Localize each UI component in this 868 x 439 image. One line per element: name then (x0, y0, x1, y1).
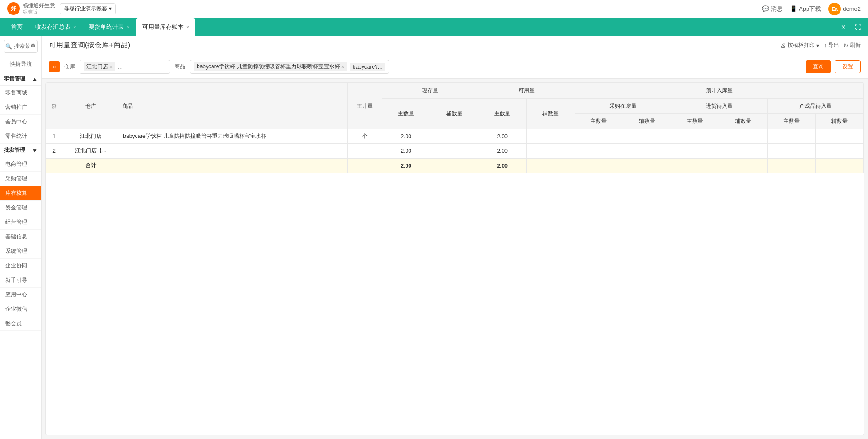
fullscreen-button[interactable]: ⛶ (853, 22, 863, 33)
cell-incoming-aux (719, 144, 768, 159)
messages-button[interactable]: 💬 消息 (762, 5, 783, 13)
industry-selector[interactable]: 母婴行业演示账套 ▾ (60, 3, 116, 14)
tab-available-close[interactable]: × (186, 24, 189, 30)
export-icon: ↑ (824, 42, 826, 49)
summary-purchase-aux (623, 158, 671, 173)
tab-home[interactable]: 首页 (5, 18, 29, 36)
warehouse-tag-remove[interactable]: × (109, 64, 113, 70)
cell-avail-main: 2.00 (478, 144, 527, 159)
sidebar-item-wechat[interactable]: 企业微信 (0, 302, 41, 316)
cell-purchase-aux (623, 144, 671, 159)
th-product: 商品 (119, 83, 348, 129)
search-icon: 🔍 (5, 43, 12, 50)
message-icon: 💬 (762, 5, 769, 12)
th-purchase-main: 主数量 (575, 114, 623, 129)
logo-text-block: 畅捷通好生意 标准版 (23, 2, 55, 15)
sidebar-item-operations[interactable]: 经营管理 (0, 215, 41, 230)
close-all-tabs-button[interactable]: ✕ (838, 22, 849, 33)
sidebar-item-enterprise[interactable]: 企业协同 (0, 259, 41, 273)
inventory-table: ⚙ 仓库 商品 主计量 现存量 可用量 预计入库量 主数量 辅数量 主数量 辅数… (46, 83, 864, 173)
cell-curr-main: 2.00 (382, 129, 430, 144)
logo-text: 畅捷通好生意 (23, 2, 55, 9)
product-tag1-remove[interactable]: × (341, 64, 344, 70)
user-profile[interactable]: Ea demo2 (828, 3, 861, 15)
th-prod-aux: 辅数量 (816, 114, 864, 129)
tab-order-label: 要货单统计表 (89, 23, 124, 31)
logo-icon: 好 (7, 2, 20, 15)
retail-mgmt-label: 零售管理 (4, 75, 25, 83)
cell-curr-aux (430, 129, 478, 144)
sidebar-item-member[interactable]: 会员中心 (0, 115, 41, 129)
export-label: 导出 (828, 42, 839, 49)
sidebar-item-retail-mgmt[interactable]: 零售管理 ▲ (0, 72, 41, 86)
sidebar-item-basic-info[interactable]: 基础信息 (0, 230, 41, 244)
tab-receivable-summary[interactable]: 收发存汇总表 × (29, 18, 82, 36)
sidebar-item-ecommerce[interactable]: 电商管理 (0, 157, 41, 172)
tab-available-inventory[interactable]: 可用量库存账本 × (136, 18, 195, 36)
system-label: 系统管理 (5, 248, 27, 254)
product-filter-input[interactable]: babycare学饮杯 儿童防摔防撞吸管杯重力球吸嘴杯宝宝水杯 × babyca… (190, 60, 389, 74)
product-tag1: babycare学饮杯 儿童防摔防撞吸管杯重力球吸嘴杯宝宝水杯 × (194, 62, 347, 71)
product-filter-label: 商品 (175, 63, 185, 71)
top-bar: 好 畅捷通好生意 标准版 母婴行业演示账套 ▾ 💬 消息 📱 App下载 Ea … (0, 0, 868, 18)
summary-avail-aux (527, 158, 575, 173)
product-tag2: babycare?... (350, 63, 385, 71)
th-unit: 主计量 (348, 83, 382, 129)
summary-empty1 (46, 158, 62, 173)
cell-avail-aux (527, 144, 575, 159)
logo-area: 好 畅捷通好生意 标准版 (7, 2, 55, 15)
export-button[interactable]: ↑ 导出 (824, 42, 839, 49)
sidebar-item-finance[interactable]: 资金管理 (0, 201, 41, 215)
th-production-group: 产成品待入量 (767, 99, 863, 114)
purchase-label: 采购管理 (5, 175, 27, 182)
quick-nav-label: 快捷导航 (10, 61, 32, 67)
settings-button[interactable]: 设置 (835, 60, 861, 73)
filter-expand-button[interactable]: » (49, 61, 60, 72)
th-incoming-main: 主数量 (671, 114, 719, 129)
th-forecast: 预计入库量 (575, 83, 863, 99)
sidebar-item-apps[interactable]: 应用中心 (0, 288, 41, 302)
sidebar-search: 🔍 搜索菜单 (0, 36, 41, 57)
summary-incoming-main (671, 158, 719, 173)
sidebar-item-newbie[interactable]: 新手引导 (0, 273, 41, 288)
member2-label: 畅会员 (5, 320, 22, 326)
sidebar-item-wholesale-mgmt[interactable]: 批发管理 ▼ (0, 144, 41, 157)
tab-available-label: 可用量库存账本 (142, 23, 184, 31)
cell-prod-aux (816, 144, 864, 159)
print-icon: 🖨 (780, 42, 786, 49)
sidebar-item-inventory[interactable]: 库存核算 (0, 186, 41, 201)
print-label: 按模板打印 (788, 42, 815, 49)
summary-label: 合计 (62, 158, 119, 173)
app-download-button[interactable]: 📱 App下载 (790, 5, 821, 13)
summary-incoming-aux (719, 158, 768, 173)
search-menu-button[interactable]: 🔍 搜索菜单 (4, 40, 38, 53)
member-label: 会员中心 (5, 118, 27, 125)
phone-icon: 📱 (790, 5, 797, 12)
query-button[interactable]: 查询 (806, 60, 831, 73)
expand-icon: » (53, 64, 56, 70)
table-row: 2 江北门店【... 2.00 2.00 (46, 144, 864, 159)
sidebar-item-member2[interactable]: 畅会员 (0, 316, 41, 331)
print-button[interactable]: 🖨 按模板打印 ▾ (780, 42, 819, 49)
summary-prod-aux (816, 158, 864, 173)
logo-sub: 标准版 (23, 9, 55, 15)
tab-receivable-close[interactable]: × (73, 24, 76, 30)
basic-info-label: 基础信息 (5, 233, 27, 240)
refresh-button[interactable]: ↻ 刷新 (844, 42, 861, 49)
th-available: 可用量 (478, 83, 575, 99)
sidebar-item-retail-mall[interactable]: 零售商城 (0, 86, 41, 100)
cell-warehouse: 江北门店【... (62, 144, 119, 159)
sidebar-item-quick-nav[interactable]: 快捷导航 (0, 57, 41, 72)
sidebar-item-retail-stats[interactable]: 零售统计 (0, 129, 41, 144)
cell-index: 2 (46, 144, 62, 159)
warehouse-filter-input[interactable]: 江北门店 × ... (80, 60, 170, 74)
column-settings-icon[interactable]: ⚙ (51, 103, 57, 110)
tab-order-close[interactable]: × (127, 24, 129, 30)
page-header: 可用量查询(按仓库+商品) 🖨 按模板打印 ▾ ↑ 导出 ↻ 刷新 (42, 36, 868, 55)
warehouse-filter-label: 仓库 (64, 63, 75, 71)
sidebar-item-purchase[interactable]: 采购管理 (0, 172, 41, 186)
th-avail-main: 主数量 (478, 99, 527, 129)
tab-order-stats[interactable]: 要货单统计表 × (82, 18, 136, 36)
sidebar-item-system[interactable]: 系统管理 (0, 244, 41, 259)
sidebar-item-marketing[interactable]: 营销推广 (0, 100, 41, 115)
